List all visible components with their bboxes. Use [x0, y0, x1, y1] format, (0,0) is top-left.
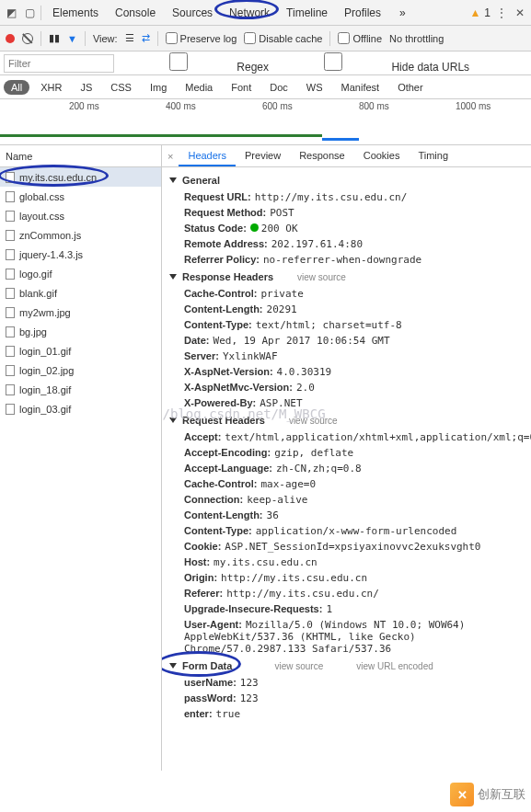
file-name: login_02.jpg [19, 365, 74, 376]
header-kv: Upgrade-Insecure-Requests:1 [167, 601, 525, 617]
close-icon[interactable]: ✕ [513, 6, 527, 19]
disable-cache-checkbox[interactable]: Disable cache [244, 32, 322, 44]
overview-icon[interactable]: ⇄ [142, 32, 150, 44]
timeline-bar [322, 138, 359, 141]
network-request-row[interactable]: blank.gif [0, 283, 161, 303]
main-tab-network[interactable]: Network [222, 3, 277, 23]
type-filter-other[interactable]: Other [390, 80, 431, 95]
main-tab-sources[interactable]: Sources [165, 3, 220, 23]
file-name: login_01.gif [19, 346, 71, 357]
view-source-link[interactable]: view source [274, 661, 323, 671]
header-kv: Request URL:http://my.its.csu.edu.cn/ [167, 189, 525, 205]
timeline-tick: 200 ms [69, 101, 99, 111]
main-tab-profiles[interactable]: Profiles [337, 3, 388, 23]
header-kv: Connection:keep-alive [167, 492, 525, 508]
device-icon[interactable]: ▢ [22, 6, 37, 19]
camera-icon[interactable]: ▮▮ [49, 32, 60, 44]
type-filter-all[interactable]: All [4, 80, 29, 95]
file-icon [6, 269, 15, 280]
warning-count: 1 [484, 6, 491, 19]
network-request-row[interactable]: global.css [0, 187, 161, 206]
regex-checkbox[interactable]: Regex [123, 52, 269, 74]
type-filter-img[interactable]: Img [143, 80, 174, 95]
main-tab-console[interactable]: Console [108, 3, 163, 23]
file-name: blank.gif [19, 288, 57, 299]
header-kv: Status Code:200 OK [167, 221, 525, 236]
network-request-row[interactable]: jquery-1.4.3.js [0, 245, 161, 264]
disclosure-triangle-icon [169, 274, 177, 280]
file-icon [6, 346, 15, 357]
section-header[interactable]: Response Headersview source [167, 268, 525, 286]
timeline[interactable]: 200 ms400 ms600 ms800 ms1000 ms [0, 99, 531, 145]
header-kv: Accept-Language:zh-CN,zh;q=0.8 [167, 461, 525, 476]
form-kv: userName:123 [167, 675, 525, 691]
detail-tab-response[interactable]: Response [290, 146, 354, 166]
main-tab-elements[interactable]: Elements [45, 3, 106, 23]
network-request-row[interactable]: login_02.jpg [0, 360, 161, 380]
type-filter-doc[interactable]: Doc [262, 80, 295, 95]
file-icon [6, 404, 15, 415]
filter-icon[interactable]: ▼ [67, 33, 77, 44]
detail-tab-headers[interactable]: Headers [179, 146, 236, 166]
offline-checkbox[interactable]: Offline [338, 32, 382, 44]
header-kv: Cache-Control:max-age=0 [167, 476, 525, 492]
header-kv: Cookie:ASP.NET_SessionId=xpsiyaxinovvc2e… [167, 539, 525, 555]
warning-icon[interactable]: ▲ [469, 6, 480, 19]
file-icon [6, 365, 15, 376]
inspect-icon[interactable]: ◩ [4, 6, 18, 19]
separator [157, 31, 158, 46]
clear-button[interactable] [22, 33, 33, 44]
headers-body[interactable]: GeneralRequest URL:http://my.its.csu.edu… [162, 167, 531, 771]
file-icon [6, 288, 15, 299]
network-request-row[interactable]: my.its.csu.edu.cn [0, 167, 161, 187]
preserve-log-checkbox[interactable]: Preserve log [166, 32, 237, 44]
type-filter-font[interactable]: Font [224, 80, 259, 95]
filter-input[interactable] [4, 54, 114, 73]
main-tab-bar: ◩ ▢ ElementsConsoleSourcesNetworkTimelin… [0, 0, 531, 26]
type-filter-media[interactable]: Media [178, 80, 220, 95]
timeline-tick: 1000 ms [456, 101, 491, 111]
view-url-encoded-link[interactable]: view URL encoded [356, 661, 433, 671]
network-request-row[interactable]: my2wm.jpg [0, 303, 161, 322]
header-kv: Origin:http://my.its.csu.edu.cn [167, 570, 525, 586]
network-request-row[interactable]: bg.jpg [0, 322, 161, 341]
network-request-row[interactable]: login_18.gif [0, 380, 161, 399]
close-detail-icon[interactable]: × [162, 151, 179, 162]
hide-data-checkbox[interactable]: Hide data URLs [278, 52, 469, 74]
section-title: Form Data [182, 660, 232, 671]
network-request-row[interactable]: logo.gif [0, 264, 161, 283]
header-kv: Date:Wed, 19 Apr 2017 10:06:54 GMT [167, 333, 525, 349]
separator [329, 31, 330, 46]
main-tab-timeline[interactable]: Timeline [279, 3, 335, 23]
header-kv: Content-Length:20291 [167, 302, 525, 317]
settings-icon[interactable]: ⋮ [494, 6, 509, 19]
throttle-select[interactable]: No throttling [389, 33, 444, 44]
type-filter-manifest[interactable]: Manifest [334, 80, 387, 95]
file-name: bg.jpg [19, 326, 47, 337]
detail-tab-cookies[interactable]: Cookies [354, 146, 410, 166]
type-filter-ws[interactable]: WS [299, 80, 330, 95]
header-kv: Referrer Policy:no-referrer-when-downgra… [167, 252, 525, 268]
network-request-row[interactable]: layout.css [0, 206, 161, 225]
network-request-row[interactable]: znCommon.js [0, 225, 161, 245]
type-filter-css[interactable]: CSS [103, 80, 139, 95]
type-filter-xhr[interactable]: XHR [33, 80, 69, 95]
large-rows-icon[interactable]: ☰ [125, 32, 134, 44]
header-kv: Server:YxlinkWAF [167, 349, 525, 364]
section-header[interactable]: General [167, 171, 525, 189]
view-source-link[interactable]: view source [297, 272, 346, 282]
file-name: login_03.gif [19, 404, 71, 415]
network-request-row[interactable]: login_03.gif [0, 399, 161, 418]
header-kv: Content-Type:text/html; charset=utf-8 [167, 317, 525, 333]
record-button[interactable] [6, 34, 15, 43]
header-kv: User-Agent:Mozilla/5.0 (Windows NT 10.0;… [167, 617, 525, 657]
detail-tab-timing[interactable]: Timing [409, 146, 457, 166]
separator [85, 31, 86, 46]
name-header[interactable]: Name [0, 145, 161, 167]
detail-tab-preview[interactable]: Preview [236, 146, 290, 166]
section-header[interactable]: Form Dataview sourceview URL encoded [167, 657, 525, 675]
network-request-row[interactable]: login_01.gif [0, 341, 161, 360]
type-filter-js[interactable]: JS [73, 80, 99, 95]
more-tabs[interactable]: » [392, 3, 413, 23]
status-dot-icon [250, 223, 259, 232]
